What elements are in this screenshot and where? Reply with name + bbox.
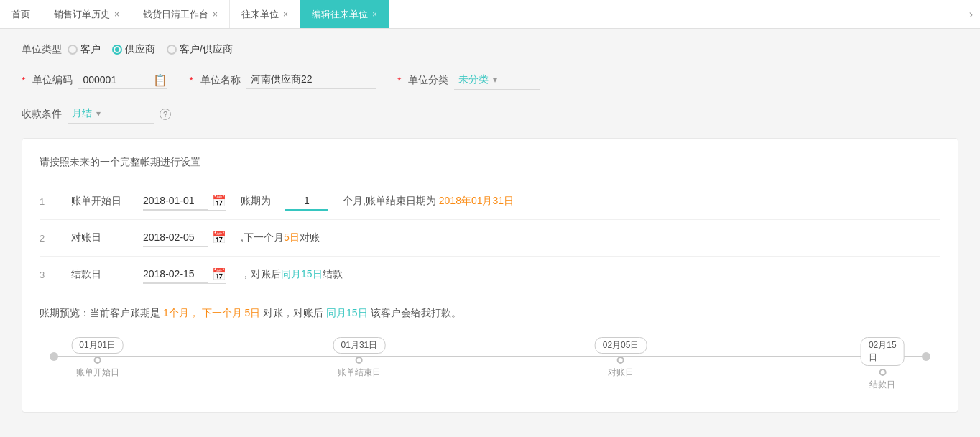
step-1-desc-after: 个月,账单结束日期为 2018年01月31日 [343, 195, 514, 208]
unit-code-calendar-icon[interactable]: 📋 [153, 73, 167, 87]
timeline-point-2-label: 账单结束日 [338, 367, 381, 379]
step-2-calendar-icon[interactable]: 📅 [212, 231, 226, 244]
tab-partner-units-close[interactable]: × [283, 9, 288, 19]
timeline-dot-right [922, 352, 930, 361]
timeline-point-4-dot [879, 369, 886, 376]
unit-name-label: 单位名称 [200, 74, 241, 87]
payment-terms-chevron-icon: ▾ [96, 109, 101, 119]
step-1-desc-before: 账期为 [241, 195, 271, 208]
tab-partner-units[interactable]: 往来单位 × [230, 0, 300, 28]
tab-cash-workbench-close[interactable]: × [213, 9, 218, 19]
steps-table: 1 账单开始日 📅 账期为 个月,账单结束日期为 2018年01月31日 2 对… [40, 183, 940, 293]
tab-edit-partner-label: 编辑往来单位 [312, 8, 368, 21]
step-1-calendar-icon[interactable]: 📅 [212, 194, 226, 208]
tab-partner-units-label: 往来单位 [241, 8, 279, 21]
tab-cash-workbench[interactable]: 钱货日清工作台 × [131, 0, 230, 28]
tab-sales-history-close[interactable]: × [114, 9, 119, 19]
step-2-num: 2 [40, 233, 57, 244]
step-3-num: 3 [40, 270, 57, 280]
preview-section: 账期预览：当前客户账期是 1个月， 下一个月 5日 对账，对账后 同月15日 该… [40, 307, 940, 395]
unit-category-select[interactable]: 未分类 ▾ [454, 70, 540, 90]
unit-code-field: * 单位编码 📋 [22, 71, 167, 89]
timeline: 01月01日 账单开始日 01月31日 账单结束日 02月05日 对账日 [54, 337, 926, 395]
tab-sales-history[interactable]: 销售订单历史 × [42, 0, 131, 28]
unit-type-label: 单位类型 [22, 43, 62, 56]
tab-cash-workbench-label: 钱货日清工作台 [143, 8, 208, 21]
timeline-point-1-dot [94, 356, 101, 364]
unit-category-value: 未分类 [458, 73, 489, 86]
preview-period: 1个月， [163, 307, 199, 318]
timeline-dot-left [50, 352, 58, 361]
period-input[interactable] [285, 192, 328, 211]
step-1-date-input[interactable] [143, 192, 208, 210]
step-2-date-input[interactable] [143, 229, 208, 247]
unit-category-required: * [397, 75, 401, 86]
timeline-point-4-badge: 02月15日 [861, 337, 905, 366]
step-3-calendar-icon[interactable]: 📅 [212, 267, 226, 281]
unit-code-input[interactable] [78, 71, 150, 88]
timeline-point-2-badge: 01月31日 [333, 337, 386, 354]
step-2-desc-before: ,下一个月 [241, 231, 284, 243]
preview-payment: 同月15日 [326, 307, 368, 318]
step-3-date-wrapper: 📅 [143, 265, 226, 284]
timeline-point-3-dot [617, 356, 624, 364]
step-3-desc-after: 结款 [323, 268, 343, 280]
card-title: 请按照未来的一个完整帐期进行设置 [40, 156, 940, 169]
radio-customer[interactable]: 客户 [68, 43, 101, 56]
unit-name-field: * 单位名称 [189, 71, 375, 89]
tab-sales-history-label: 销售订单历史 [54, 8, 110, 21]
step-3-desc-before: ，对账后 [241, 268, 281, 280]
step-2-desc: ,下一个月5日对账 [241, 231, 320, 244]
settings-card: 请按照未来的一个完整帐期进行设置 1 账单开始日 📅 账期为 个月,账单结束日期… [22, 138, 958, 413]
payment-terms-help-icon[interactable]: ? [160, 109, 171, 120]
step-3-highlight: 同月15日 [281, 268, 323, 280]
unit-type-row: 单位类型 客户 供应商 客户/供应商 [22, 43, 958, 56]
tabs-more-button[interactable]: › [962, 0, 980, 28]
radio-supplier-circle [112, 45, 122, 55]
timeline-point-1: 01月01日 账单开始日 [71, 337, 124, 379]
radio-both-label: 客户/供应商 [180, 43, 233, 56]
radio-supplier-label: 供应商 [125, 43, 155, 56]
tab-edit-partner[interactable]: 编辑往来单位 × [300, 0, 389, 28]
unit-info-row: * 单位编码 📋 * 单位名称 * 单位分类 未分类 ▾ [22, 70, 958, 90]
step-2-name: 对账日 [71, 231, 129, 244]
payment-terms-row: 收款条件 月结 ▾ ? [22, 104, 958, 124]
timeline-point-1-badge: 01月01日 [71, 337, 124, 354]
unit-code-required: * [22, 75, 25, 86]
unit-name-input[interactable] [246, 71, 376, 89]
timeline-point-3: 02月05日 对账日 [595, 337, 647, 379]
preview-reconcile-suffix: 对账，对账后 [263, 307, 323, 318]
unit-category-label: 单位分类 [408, 74, 448, 87]
unit-type-field: 单位类型 客户 供应商 客户/供应商 [22, 43, 233, 56]
tabs-bar: 首页 销售订单历史 × 钱货日清工作台 × 往来单位 × 编辑往来单位 × › [0, 0, 980, 29]
main-content: 单位类型 客户 供应商 客户/供应商 * 单位编码 [0, 29, 980, 437]
step-1-desc-after-text: 个月,账单结束日期为 [343, 195, 436, 206]
radio-both[interactable]: 客户/供应商 [167, 43, 233, 56]
tab-home[interactable]: 首页 [0, 0, 42, 28]
tab-edit-partner-close[interactable]: × [372, 9, 377, 19]
step-row-3: 3 结款日 📅 ，对账后同月15日结款 [40, 257, 940, 293]
step-1-end-date: 2018年01月31日 [439, 195, 514, 206]
unit-category-field: * 单位分类 未分类 ▾ [397, 70, 540, 90]
payment-terms-select[interactable]: 月结 ▾ [68, 104, 154, 124]
payment-terms-label: 收款条件 [22, 108, 62, 121]
timeline-point-4-label: 结款日 [869, 379, 895, 391]
radio-both-circle [167, 45, 177, 55]
radio-supplier[interactable]: 供应商 [112, 43, 155, 56]
step-1-num: 1 [40, 196, 57, 207]
step-2-desc-after: 对账 [300, 231, 320, 243]
step-3-date-input[interactable] [143, 265, 208, 283]
timeline-point-4: 02月15日 结款日 [861, 337, 905, 391]
preview-end: 该客户会给我打款。 [371, 307, 461, 318]
unit-code-label: 单位编码 [32, 74, 73, 87]
payment-terms-value: 月结 [72, 107, 92, 120]
step-3-desc: ，对账后同月15日结款 [241, 268, 343, 281]
radio-customer-label: 客户 [80, 43, 101, 56]
timeline-point-1-label: 账单开始日 [76, 367, 119, 379]
step-2-date-wrapper: 📅 [143, 229, 226, 247]
preview-reconcile-prefix: 下一个月 [202, 307, 242, 318]
preview-text: 账期预览：当前客户账期是 1个月， 下一个月 5日 对账，对账后 同月15日 该… [40, 307, 940, 320]
step-row-1: 1 账单开始日 📅 账期为 个月,账单结束日期为 2018年01月31日 [40, 183, 940, 220]
unit-name-required: * [189, 75, 193, 86]
timeline-point-2: 01月31日 账单结束日 [333, 337, 386, 379]
